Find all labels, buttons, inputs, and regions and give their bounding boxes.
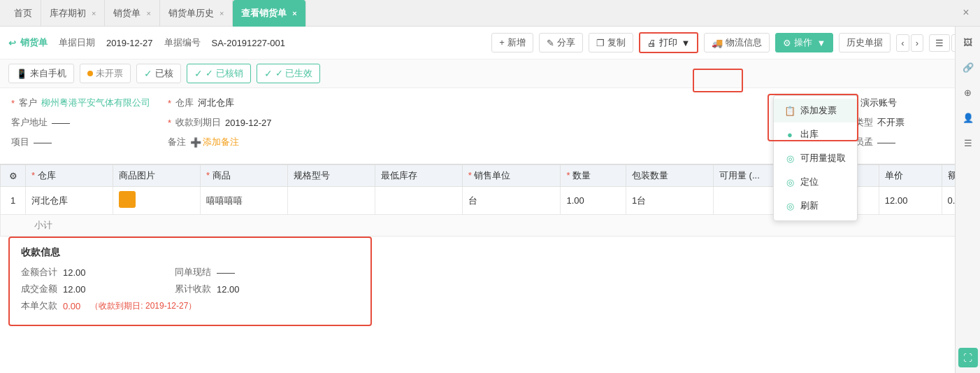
payment-row-2: 成交金额 12.00 累计收款 12.00 [21, 283, 359, 295]
tab-home[interactable]: 首页 [6, 0, 41, 27]
project-value: —— [34, 137, 52, 148]
expand-icon: ⊕ [964, 87, 972, 98]
number-value: SA-20191227-001 [212, 38, 286, 48]
due-date-note: （收款到期日: 2019-12-27） [90, 300, 196, 312]
available-qty-icon: ◎ [785, 153, 795, 163]
same-order-settlement-label: 同单现结 [175, 266, 211, 279]
locate-icon: ◎ [785, 177, 795, 187]
row-index: 1 [1, 187, 26, 215]
sidebar-link-icon[interactable]: 🔗 [958, 57, 978, 77]
add-note-button[interactable]: ➕ 添加备注 [190, 136, 239, 148]
nav-next-button[interactable]: › [911, 34, 923, 52]
tab-inventory-close[interactable]: × [92, 9, 96, 17]
tab-bar: 首页 库存期初 × 销货单 × 销货单历史 × 查看销货单 × × [0, 0, 980, 27]
effective-check-icon: ✓ [264, 68, 273, 79]
print-label: 打印 [659, 36, 677, 49]
note-label: 备注 [168, 136, 186, 148]
row-product-img [113, 187, 200, 215]
date-label: 单据日期 [59, 36, 95, 49]
cumulative-payment-label: 累计收款 [175, 283, 211, 295]
tab-sales-history[interactable]: 销货单历史 × [160, 0, 233, 27]
sidebar-expand-icon[interactable]: ⊕ [958, 83, 978, 102]
warehouse-required-star: * [168, 98, 171, 108]
sidebar-image-icon[interactable]: 🖼 [958, 32, 978, 52]
tab-sales-order[interactable]: 销货单 × [105, 0, 159, 27]
tab-sales-order-label: 销货单 [113, 7, 140, 20]
col-warehouse: * 仓库 [26, 165, 113, 187]
doc-header: ↩ 销货单 单据日期 2019-12-27 单据编号 SA-20191227-0… [0, 27, 980, 59]
effective-label: ✓ 已生效 [275, 67, 313, 80]
row-unit-price: 12.00 [879, 187, 942, 215]
copy-button[interactable]: ❐ 复制 [589, 33, 633, 52]
tab-inventory-start[interactable]: 库存期初 × [41, 0, 105, 27]
dropdown-available-qty[interactable]: ◎ 可用量提取 [774, 146, 857, 170]
phone-icon: 📱 [16, 69, 27, 79]
customer-label: 客户 [19, 97, 37, 109]
history-button[interactable]: 历史单据 [839, 33, 891, 52]
sidebar-fullscreen-icon[interactable]: ⛶ [958, 348, 978, 367]
doc-type-icon: ↩ [8, 38, 16, 48]
payment-row-3: 本单欠款 0.00 （收款到期日: 2019-12-27） [21, 300, 359, 312]
confirm-label: 已核 [155, 67, 173, 80]
operate-button[interactable]: ⚙ 操作 ▼ [775, 33, 833, 52]
view-list-button[interactable]: ☰ [929, 34, 950, 52]
logistics-button[interactable]: 🚚 物流信息 [704, 33, 770, 52]
product-image [119, 191, 136, 208]
share-button[interactable]: ✎ 分享 [539, 33, 583, 52]
same-order-settlement-field: 同单现结 —— [175, 266, 301, 279]
dropdown-add-invoice[interactable]: 📋 添加发票 [774, 99, 857, 122]
col-product: * 商品 [200, 165, 287, 187]
col-spec: 规格型号 [287, 165, 375, 187]
share-label: 分享 [557, 36, 575, 49]
available-qty-label: 可用量提取 [800, 152, 846, 164]
sidebar-user-icon[interactable]: 👤 [958, 108, 978, 127]
tab-view-sales[interactable]: 查看销货单 × [233, 0, 305, 27]
dropdown-locate[interactable]: ◎ 定位 [774, 170, 857, 194]
operate-dropdown-menu: 📋 添加发票 ● 出库 ◎ 可用量提取 ◎ 定位 ◎ 刷新 [773, 95, 858, 221]
customer-required-star: * [11, 98, 15, 108]
tab-view-sales-close[interactable]: × [292, 9, 296, 17]
confirmed-check-icon: ✓ [194, 68, 203, 79]
sidebar-list-icon[interactable]: ☰ [958, 133, 978, 153]
address-value: —— [52, 118, 70, 128]
confirm-btn[interactable]: ✓ 已核 [136, 64, 181, 83]
print-dropdown-arrow: ▼ [682, 38, 691, 48]
new-button[interactable]: + 新增 [491, 33, 533, 52]
confirmed-label: ✓ 已核销 [206, 67, 243, 80]
ticket-type-value: 不开票 [877, 116, 905, 129]
window-close-button[interactable]: × [959, 6, 973, 20]
salesperson-value: —— [877, 137, 895, 148]
operate-icon: ⚙ [783, 38, 791, 48]
tab-view-sales-label: 查看销货单 [241, 7, 287, 20]
col-sales-unit: * 销售单位 [462, 165, 561, 187]
copy-icon: ❐ [596, 38, 605, 48]
right-sidebar: 🖼 🔗 ⊕ 👤 ☰ ⛶ [955, 27, 980, 373]
add-note-plus-icon: ➕ [190, 137, 201, 148]
tab-sales-order-close[interactable]: × [146, 9, 150, 17]
dropdown-stock-out[interactable]: ● 出库 [774, 122, 857, 146]
toolbar: 📱 来自手机 未开票 ✓ 已核 ✓ ✓ 已核销 ✓ ✓ 已生效 [0, 59, 980, 88]
dropdown-refresh[interactable]: ◎ 刷新 [774, 194, 857, 218]
due-date-field: * 收款到期日 2019-12-27 [168, 116, 308, 129]
tab-sales-history-close[interactable]: × [219, 9, 224, 17]
col-quantity: * 数量 [561, 165, 626, 187]
customer-value[interactable]: 柳州粤港平安气体有限公司 [41, 97, 150, 109]
confirmed-badge: ✓ ✓ 已核销 [187, 64, 251, 83]
project-field: 项目 —— [11, 136, 151, 148]
number-label: 单据编号 [164, 36, 201, 49]
due-date-label: 收款到期日 [175, 116, 221, 129]
col-settings[interactable]: ⚙ [1, 165, 26, 187]
row-product: 嘻嘻嘻嘻 [200, 187, 287, 215]
row-quantity: 1.00 [561, 187, 626, 215]
current-arrears-value: 0.00 [63, 301, 80, 311]
due-date-required-star: * [168, 118, 171, 128]
row-warehouse: 河北仓库 [26, 187, 113, 215]
tab-sales-history-label: 销货单历史 [168, 7, 214, 20]
stock-out-label: 出库 [800, 128, 819, 141]
nav-prev-button[interactable]: ‹ [896, 34, 909, 52]
add-note-label: 添加备注 [203, 136, 239, 148]
col-unit-price: 单价 [879, 165, 942, 187]
print-button[interactable]: 🖨 打印 ▼ [639, 32, 699, 53]
from-phone-button[interactable]: 📱 来自手机 [8, 64, 74, 83]
current-arrears-field: 本单欠款 0.00 （收款到期日: 2019-12-27） [21, 300, 273, 312]
